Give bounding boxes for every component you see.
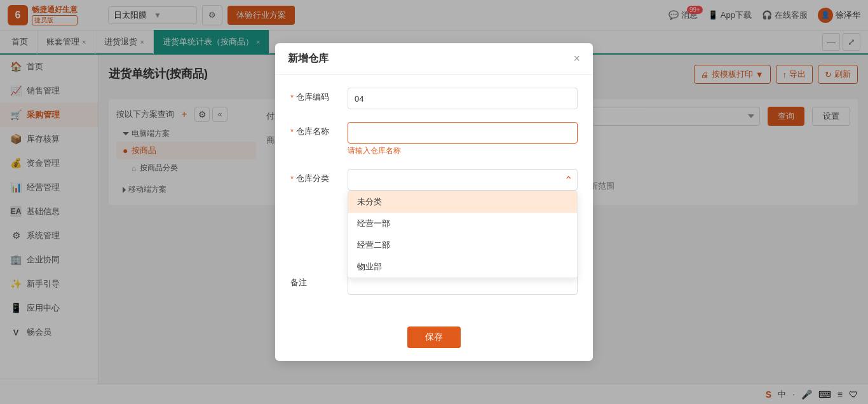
code-row: * 仓库编码 [290,88,578,109]
category-dropdown: 未分类 经营一部 经营二部 物业部 [348,191,578,278]
name-input[interactable] [348,122,578,144]
category-input[interactable] [348,169,578,191]
name-label: * 仓库名称 [290,122,341,137]
new-warehouse-modal: 新增仓库 × * 仓库编码 * 仓库名称 [275,43,593,361]
name-input-wrap: 请输入仓库名称 [348,122,578,156]
category-input-wrap: ⌃ 未分类 经营一部 经营二部 物业部 [348,169,578,191]
modal-title: 新增仓库 [288,52,329,65]
code-input[interactable] [348,88,578,109]
modal-header: 新增仓库 × [275,43,593,75]
category-row: * 仓库分类 ⌃ 未分类 经营一部 经营二部 物业部 [290,169,578,191]
dropdown-item-property[interactable]: 物业部 [348,256,577,278]
note-label: 备注 [290,273,341,288]
modal-footer: 保存 [275,320,593,348]
category-input-container: ⌃ [348,169,578,191]
code-label: * 仓库编码 [290,88,341,103]
dropdown-item-ops1[interactable]: 经营一部 [348,213,577,234]
category-label: * 仓库分类 [290,169,341,184]
modal-overlay: 新增仓库 × * 仓库编码 * 仓库名称 [0,0,868,404]
dropdown-item-ops2[interactable]: 经营二部 [348,234,577,256]
name-error-tip: 请输入仓库名称 [348,145,578,156]
code-input-wrap [348,88,578,109]
name-row: * 仓库名称 请输入仓库名称 [290,122,578,156]
dropdown-item-none[interactable]: 未分类 [348,191,577,213]
modal-close-btn[interactable]: × [573,52,580,65]
modal-body: * 仓库编码 * 仓库名称 请输入仓库名称 [275,75,593,320]
save-button[interactable]: 保存 [407,327,461,348]
chevron-up-icon[interactable]: ⌃ [564,174,573,186]
